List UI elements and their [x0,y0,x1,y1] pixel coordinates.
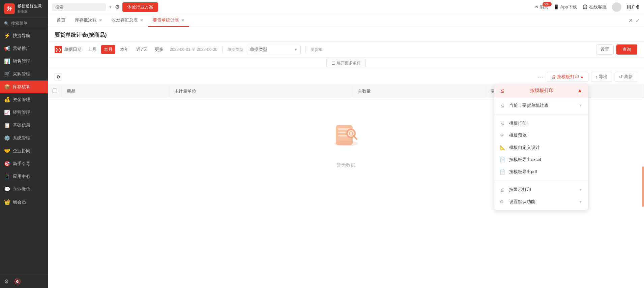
dropdown-item-template-preview[interactable]: 👁 模板预览 [494,129,588,141]
sidebar-item-label: 应用中心 [13,173,30,180]
dropdown-current-item[interactable]: 🖨 当前：要货单统计表 ▼ [494,99,588,111]
dropdown-item-template-custom[interactable]: 📐 模板自定义设计 [494,141,588,154]
username-label: 用户名 [627,4,640,10]
sidebar-item-basic[interactable]: 📋 基础信息 [0,119,48,132]
online-service-item[interactable]: 🎧 在线客服 [582,4,607,10]
settings-icon[interactable]: ⚙ [4,278,9,285]
page-title: 要货单统计表(按商品) [55,32,637,39]
goods-filter-label: 要货单 [311,47,323,53]
expand-more-button[interactable]: ☰ 展开更多条件 [326,59,366,67]
app-download-item[interactable]: 📱 App下载 [554,4,577,10]
sidebar-item-purchase[interactable]: 🛒 采购管理 [0,68,48,81]
sidebar-search[interactable]: 🔍 搜索菜单 [0,18,48,29]
date-btn-current-year[interactable]: 本年 [117,45,131,54]
finance-icon: 💰 [4,97,10,103]
sidebar-item-finance[interactable]: 💰 资金管理 [0,93,48,106]
messages-item[interactable]: ✉ 消息 99+ [534,4,548,10]
dropdown-close-button[interactable]: ▲ [577,88,583,94]
svg-rect-3 [338,132,347,133]
topbar-dropdown-arrow[interactable]: ▼ [109,5,112,9]
newbie-icon: 🎯 [4,161,10,167]
sidebar-item-apps[interactable]: 📱 应用中心 [0,170,48,183]
tabs-close-icon[interactable]: ✕ [628,17,633,24]
sales-icon: 📊 [4,58,10,64]
sidebar-item-shortcut[interactable]: ⚡ 快捷导航 [0,29,48,42]
dropdown-item-template-print[interactable]: 🖨 模板打印 [494,117,588,129]
select-all-checkbox[interactable] [53,89,57,93]
tab-batch[interactable]: 库存批次账 ✕ [70,14,107,27]
sidebar-item-system[interactable]: ⚙️ 系统管理 [0,132,48,145]
dropdown-item-template-pdf[interactable]: 📄 按模板导出pdf [494,166,588,178]
scroll-indicator[interactable] [642,166,644,207]
export-button[interactable]: ↑ 导出 [591,72,612,82]
trial-button[interactable]: 体验行业方案 [122,2,158,12]
sidebar-item-label: 系统管理 [13,135,30,141]
print-dropdown-arrow[interactable]: ▲ [580,75,584,79]
toolbar-right: 设置 查询 [596,44,637,55]
dropdown-items-section: 🖨 模板打印 👁 模板预览 📐 模板自定义设计 [494,115,588,180]
sidebar-item-enterprise[interactable]: 🤝 企业协同 [0,145,48,157]
tab-receivables[interactable]: 收发存汇总表 ✕ [107,14,148,27]
export-label: 导出 [599,74,608,80]
dropdown-group-display-print[interactable]: 🖨 按显示打印 ▼ [494,184,588,196]
date-btn-current-month[interactable]: 本月 [101,45,115,54]
refresh-label: 刷新 [624,74,633,80]
inventory-icon: 📦 [4,84,10,90]
mute-icon[interactable]: 🔇 [14,278,21,285]
dropdown-group-set-default[interactable]: ⚙ 设置默认功能 ▼ [494,196,588,208]
user-avatar[interactable] [612,2,621,12]
tabs: 首页 库存批次账 ✕ 收发存汇总表 ✕ 要货单统计表 ✕ ✕ ⤢ [48,14,644,27]
tab-batch-label: 库存批次账 [75,17,97,23]
template-pdf-label: 按模板导出pdf [509,169,537,175]
template-custom-label: 模板自定义设计 [509,145,540,151]
type-select[interactable]: 单据类型 ▼ [247,45,301,54]
display-print-arrow: ▼ [579,188,583,192]
type-select-value: 单据类型 [250,46,267,53]
current-item-icon: 🖨 [500,103,506,108]
tab-receivables-close[interactable]: ✕ [140,18,143,23]
sidebar-nav: ⚡ 快捷导航 📢 营销推广 📊 销售管理 🛒 采购管理 📦 库存核算 💰 资金管… [0,29,48,275]
topbar: ▼ ⚙ 体验行业方案 ✉ 消息 99+ 📱 App下载 🎧 在线客服 用户名 [48,0,644,14]
dropdown-title-icon: 🖨 [500,88,504,93]
sidebar-item-label: 企业微信 [13,186,30,192]
shortcut-icon: ⚡ [4,33,10,39]
sidebar-item-newbie[interactable]: 🎯 新手引导 [0,157,48,170]
print-button[interactable]: 🖨 按模板打印 ▲ [547,72,588,82]
topbar-search-input[interactable] [52,3,106,11]
sidebar-item-sales[interactable]: 📊 销售管理 [0,55,48,68]
type-select-arrow: ▼ [294,47,298,52]
export-icon: ↑ [595,74,598,79]
date-btn-more[interactable]: 更多 [152,45,166,54]
refresh-button[interactable]: ↺ 刷新 [615,72,637,82]
template-print-label: 模板打印 [509,120,527,126]
topbar-settings-icon[interactable]: ⚙ [115,4,120,10]
settings-button[interactable]: 设置 [596,44,614,55]
tab-order-stats-close[interactable]: ✕ [181,18,184,23]
tab-order-stats-label: 要货单统计表 [153,17,179,23]
sidebar-item-member[interactable]: 👑 畅会员 [0,196,48,209]
dropdown-item-template-excel[interactable]: 📄 按模板导出excel [494,154,588,166]
tab-batch-close[interactable]: ✕ [99,18,102,23]
date-btn-7days[interactable]: 近7天 [134,45,150,54]
sidebar-item-operation[interactable]: 📈 经营管理 [0,106,48,119]
tab-order-stats[interactable]: 要货单统计表 ✕ [148,14,189,27]
more-options-icon[interactable]: ··· [538,73,544,81]
phone-icon: 📱 [554,4,559,9]
date-btn-last-month[interactable]: 上月 [85,45,99,54]
logo-text: 畅捷通好生意 [18,4,42,9]
enterprise-icon: 🤝 [4,148,10,154]
sidebar-item-inventory[interactable]: 📦 库存核算 [0,81,48,93]
sidebar-item-label: 营销推广 [13,45,30,52]
dropdown-divider-1 [494,114,588,115]
member-icon: 👑 [4,199,10,205]
column-settings-icon[interactable]: ⚙ [55,73,62,81]
sidebar-item-wechat[interactable]: 💬 企业微信 [0,183,48,196]
tabs-expand-icon[interactable]: ⤢ [636,17,640,24]
col-checkbox[interactable] [48,85,62,98]
sidebar-item-marketing[interactable]: 📢 营销推广 [0,42,48,55]
query-button[interactable]: 查询 [616,44,637,55]
expand-button[interactable]: ❯❯ [55,46,62,53]
tabs-right: ✕ ⤢ [628,17,640,24]
operation-icon: 📈 [4,109,10,116]
tab-home[interactable]: 首页 [52,14,70,27]
